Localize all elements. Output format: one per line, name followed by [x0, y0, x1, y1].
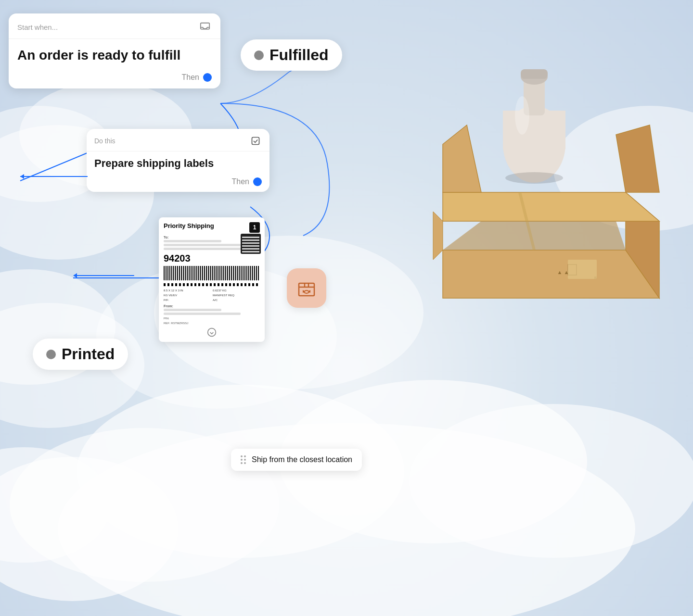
- label-line: [164, 244, 241, 246]
- svg-rect-19: [252, 138, 259, 145]
- start-card-header: Start when...: [9, 13, 220, 39]
- label-header: Priority Shipping 1: [164, 222, 260, 233]
- do-this-card: Do this Prepare shipping labels Then: [87, 129, 270, 192]
- do-card-header: Do this: [87, 129, 270, 151]
- dot-row: [241, 462, 246, 464]
- dot: [241, 462, 243, 464]
- svg-rect-35: [568, 260, 597, 279]
- start-card-title: An order is ready to fulfill: [17, 47, 212, 63]
- dot: [244, 455, 246, 457]
- dot-row: [241, 459, 246, 461]
- label-zipcode: 94203: [164, 253, 260, 264]
- fulfilled-badge: Fulfilled: [241, 39, 342, 71]
- svg-marker-29: [433, 212, 443, 260]
- label-striped: [164, 283, 260, 286]
- label-service: Priority Shipping: [164, 222, 214, 229]
- do-card-arrow: [20, 176, 88, 177]
- label-details: 8.5 X 12 X 3 IN 0.6237 KG KG VE/EV MANIF…: [164, 289, 260, 302]
- fulfilled-dot: [254, 50, 264, 60]
- ship-tooltip: Ship from the closest location: [231, 449, 362, 471]
- inbox-icon: [198, 20, 212, 34]
- label-arrow: [73, 273, 134, 278]
- label-weight-unit: KG VE/EV: [164, 294, 211, 297]
- label-line: [164, 240, 221, 242]
- printed-badge: Printed: [33, 339, 128, 370]
- label-barcode: [164, 266, 260, 280]
- label-line: [164, 313, 241, 315]
- label-qr-code: [241, 234, 261, 254]
- svg-point-42: [505, 172, 563, 184]
- svg-text:▲ ▲: ▲ ▲: [557, 269, 569, 275]
- svg-marker-27: [443, 125, 481, 192]
- drag-handle: [241, 455, 246, 464]
- start-then-label: Then: [182, 73, 199, 82]
- dot: [244, 459, 246, 461]
- svg-marker-24: [443, 250, 659, 298]
- label-ref: REF: RSTMZRSSJ: [164, 322, 260, 325]
- do-card-body: Prepare shipping labels: [87, 151, 270, 174]
- svg-marker-26: [443, 192, 659, 221]
- label-line: [164, 309, 221, 311]
- label-manifest: MANIFEST REQ: [213, 294, 260, 297]
- svg-marker-28: [616, 125, 659, 192]
- dot-row: [241, 455, 246, 457]
- svg-rect-21: [299, 283, 314, 296]
- start-when-label: Start when...: [17, 23, 58, 31]
- label-weight: 0.6237 KG: [213, 289, 260, 292]
- do-then-label: Then: [232, 177, 249, 186]
- shipping-label-card: Priority Shipping 1 To: 94203 8.5 X 12 X…: [159, 217, 265, 342]
- printed-dot: [46, 350, 56, 359]
- do-card-title: Prepare shipping labels: [94, 157, 262, 170]
- start-when-card: Start when... An order is ready to fulfi…: [9, 13, 220, 88]
- app-icon-svg: [295, 277, 318, 300]
- qr-pattern: [242, 235, 259, 252]
- do-then-dot: [253, 177, 262, 186]
- label-pin: PIN:: [164, 317, 260, 320]
- ship-tooltip-label: Ship from the closest location: [252, 455, 352, 464]
- label-number: 1: [249, 222, 260, 233]
- label-ac: A/C: [213, 299, 260, 302]
- do-this-label: Do this: [94, 137, 116, 145]
- label-size: 8.5 X 12 X 3 IN: [164, 289, 211, 292]
- check-icon: [249, 135, 262, 147]
- expand-icon[interactable]: [164, 327, 260, 337]
- start-card-footer: Then: [9, 68, 220, 88]
- label-pf: P/F:: [164, 299, 211, 302]
- svg-rect-37: [503, 111, 565, 149]
- fulfillment-app-icon: [287, 268, 326, 308]
- start-then-dot: [203, 73, 212, 82]
- label-from: From:: [164, 304, 260, 315]
- dot: [244, 462, 246, 464]
- svg-point-41: [515, 96, 529, 135]
- svg-rect-40: [521, 69, 548, 79]
- printed-label: Printed: [62, 345, 115, 363]
- do-card-footer: Then: [87, 174, 270, 192]
- ceramic-bottle: [491, 38, 578, 188]
- svg-point-20: [208, 328, 216, 337]
- dot: [241, 459, 243, 461]
- svg-rect-18: [201, 23, 209, 29]
- fulfilled-label: Fulfilled: [270, 46, 329, 64]
- dot: [241, 455, 243, 457]
- start-card-body: An order is ready to fulfill: [9, 39, 220, 68]
